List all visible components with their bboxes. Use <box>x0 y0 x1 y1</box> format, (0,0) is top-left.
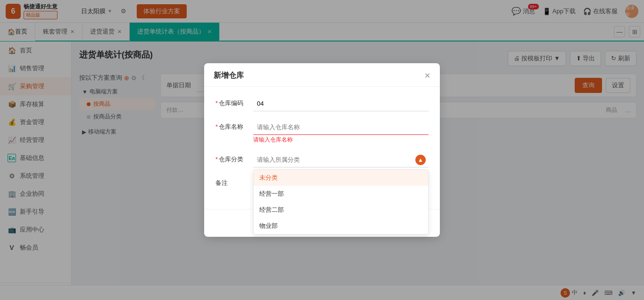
code-label: 仓库编码 <box>215 96 253 108</box>
remark-label: 备注 <box>215 176 253 187</box>
category-field-row: 仓库分类 ▲ 未分类 经营一部 经营二部 物业部 <box>215 152 429 167</box>
modal-header: 新增仓库 ✕ <box>204 63 440 87</box>
name-field-row: 仓库名称 请输入仓库名称 <box>215 120 429 144</box>
name-input[interactable] <box>253 120 429 135</box>
code-control <box>253 96 429 111</box>
category-control: ▲ 未分类 经营一部 经营二部 物业部 <box>253 152 429 167</box>
dropdown-item-2[interactable]: 经营二部 <box>254 202 428 218</box>
name-error-msg: 请输入仓库名称 <box>253 136 429 144</box>
name-control: 请输入仓库名称 <box>253 120 429 144</box>
code-input[interactable] <box>253 96 429 111</box>
modal-overlay: 新增仓库 ✕ 仓库编码 仓库名称 请输入仓库名称 仓库分类 <box>0 0 644 300</box>
add-warehouse-modal: 新增仓库 ✕ 仓库编码 仓库名称 请输入仓库名称 仓库分类 <box>204 63 440 237</box>
category-select-wrapper: ▲ <box>253 152 429 167</box>
category-arrow-icon[interactable]: ▲ <box>415 155 426 165</box>
modal-title: 新增仓库 <box>214 71 244 81</box>
dropdown-item-1[interactable]: 经营一部 <box>254 186 428 202</box>
dropdown-item-0[interactable]: 未分类 <box>254 170 428 186</box>
modal-body: 仓库编码 仓库名称 请输入仓库名称 仓库分类 ▲ <box>204 87 440 209</box>
code-field-row: 仓库编码 <box>215 96 429 111</box>
name-label: 仓库名称 <box>215 120 253 131</box>
category-dropdown: 未分类 经营一部 经营二部 物业部 <box>253 169 429 234</box>
modal-close-button[interactable]: ✕ <box>424 71 430 80</box>
category-input[interactable] <box>253 152 429 167</box>
dropdown-item-3[interactable]: 物业部 <box>254 218 428 234</box>
category-label: 仓库分类 <box>215 152 253 164</box>
